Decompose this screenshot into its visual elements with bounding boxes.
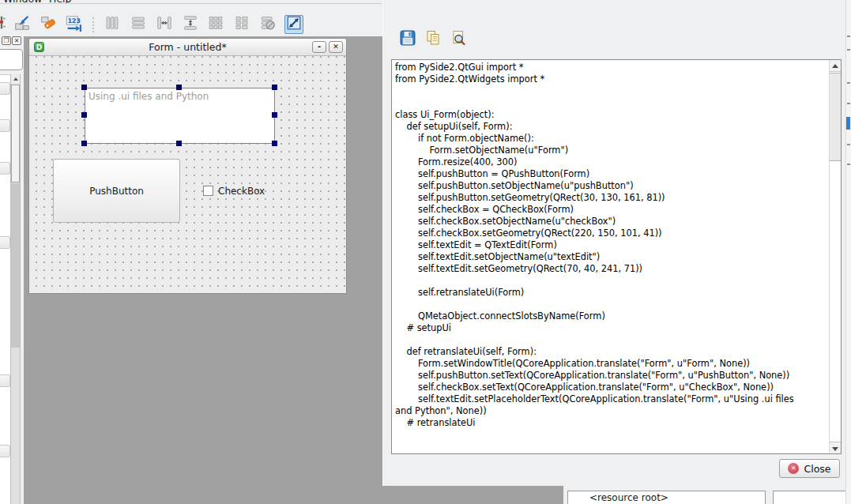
split-horizontally-icon bbox=[156, 14, 173, 35]
textedit-placeholder: Using .ui files and Python bbox=[88, 91, 209, 102]
selection-handle[interactable] bbox=[272, 85, 277, 90]
widget-box-item[interactable] bbox=[0, 374, 10, 387]
close-button[interactable]: ✕ Close bbox=[779, 459, 840, 478]
form-canvas[interactable]: Using .ui files and Python PushButton Ch… bbox=[29, 56, 346, 293]
break-layout-button[interactable] bbox=[258, 15, 277, 34]
selection-handle[interactable] bbox=[176, 141, 182, 146]
save-button[interactable] bbox=[398, 30, 417, 49]
edit-signals-slots-button[interactable] bbox=[13, 15, 32, 34]
right-edge-strip bbox=[845, 0, 851, 504]
adjust-size-icon bbox=[285, 14, 303, 35]
widget-box-filter-input[interactable] bbox=[0, 49, 23, 70]
checkbox-widget[interactable]: CheckBox bbox=[203, 175, 283, 207]
layout-grid-button[interactable] bbox=[206, 15, 225, 34]
edge-tick bbox=[847, 144, 850, 145]
form-editor-window: D Form - untitled* - ✕ Using .ui files a… bbox=[28, 38, 347, 294]
find-icon bbox=[450, 29, 467, 50]
edge-tick bbox=[847, 164, 850, 165]
layout-vertically-icon bbox=[130, 14, 147, 35]
main-toolbar: 123 bbox=[0, 5, 383, 36]
tab-order-123-label: 123 bbox=[68, 17, 81, 24]
edge-selection-mark bbox=[846, 117, 850, 130]
code-preview-dialog: from PySide2.QtGui import * from PySide2… bbox=[382, 0, 845, 486]
form-window-title: Form - untitled* bbox=[29, 41, 346, 53]
widget-box-float-button[interactable]: ❐ bbox=[2, 36, 11, 45]
toolbar-separator bbox=[92, 17, 94, 32]
menu-help[interactable]: Help bbox=[49, 0, 72, 4]
form-window-titlebar[interactable]: D Form - untitled* - ✕ bbox=[29, 39, 346, 56]
selection-handle[interactable] bbox=[272, 112, 277, 118]
selection-handle[interactable] bbox=[81, 85, 87, 90]
widget-box-item[interactable] bbox=[0, 162, 10, 175]
selection-handle[interactable] bbox=[81, 141, 87, 146]
copy-icon bbox=[424, 29, 442, 50]
widget-box-item[interactable] bbox=[0, 236, 10, 249]
widget-box-scrollbar-track[interactable] bbox=[11, 183, 20, 348]
resource-file-list[interactable] bbox=[773, 491, 851, 504]
layout-grid-icon bbox=[207, 14, 224, 35]
split-vertically-icon bbox=[182, 14, 199, 35]
resource-browser-panel: <resource root> bbox=[563, 486, 851, 504]
edit-tab-order-icon: 123 bbox=[65, 14, 82, 35]
widget-box-item[interactable] bbox=[0, 445, 10, 457]
selection-handle[interactable] bbox=[176, 85, 182, 90]
layout-horizontally-button[interactable] bbox=[103, 15, 122, 34]
resource-tree[interactable]: <resource root> bbox=[567, 491, 766, 504]
selection-handle[interactable] bbox=[272, 141, 277, 146]
split-horizontally-button[interactable] bbox=[155, 15, 174, 34]
edit-buddies-icon bbox=[40, 14, 57, 35]
textedit-widget[interactable]: Using .ui files and Python bbox=[85, 88, 275, 144]
widget-box-scrollbar-thumb[interactable] bbox=[11, 85, 20, 182]
qt-designer-window: Window Help 123 bbox=[0, 0, 851, 504]
widget-box-item[interactable] bbox=[0, 82, 10, 95]
edit-widgets-button[interactable] bbox=[0, 15, 9, 34]
edit-widgets-icon bbox=[1, 15, 8, 34]
pushbutton-widget[interactable]: PushButton bbox=[53, 159, 180, 223]
edge-tick bbox=[847, 103, 850, 104]
checkbox-label: CheckBox bbox=[218, 186, 265, 197]
scroll-up-arrow-icon[interactable] bbox=[11, 74, 20, 84]
code-view[interactable]: from PySide2.QtGui import * from PySide2… bbox=[391, 59, 842, 454]
selection-handle[interactable] bbox=[81, 112, 87, 118]
form-close-button[interactable]: ✕ bbox=[329, 41, 343, 53]
widget-box-list[interactable] bbox=[0, 74, 10, 504]
adjust-size-button[interactable] bbox=[284, 15, 303, 34]
edit-buddies-button[interactable] bbox=[39, 15, 58, 34]
close-button-label: Close bbox=[804, 463, 830, 475]
scroll-up-arrow-icon[interactable] bbox=[830, 60, 841, 72]
code-scrollbar-thumb[interactable] bbox=[830, 73, 841, 161]
edge-tick bbox=[847, 82, 850, 84]
edit-tab-order-button[interactable]: 123 bbox=[64, 15, 83, 34]
menubar: Window Help bbox=[0, 0, 383, 4]
layout-horizontally-icon bbox=[104, 14, 121, 35]
widget-box-close-button[interactable]: ✕ bbox=[12, 36, 21, 45]
generated-python-code[interactable]: from PySide2.QtGui import * from PySide2… bbox=[392, 60, 841, 431]
designer-form-icon: D bbox=[34, 42, 44, 52]
menu-window[interactable]: Window bbox=[3, 0, 42, 4]
widget-box-item[interactable] bbox=[0, 119, 10, 132]
dialog-close-icon: ✕ bbox=[788, 463, 799, 474]
scroll-down-arrow-icon[interactable] bbox=[830, 442, 841, 453]
edge-tick bbox=[847, 36, 850, 37]
layout-form-button[interactable] bbox=[232, 15, 251, 34]
split-vertically-button[interactable] bbox=[181, 15, 200, 34]
code-scrollbar[interactable] bbox=[829, 60, 841, 453]
widget-box-scrollbar[interactable] bbox=[10, 74, 21, 504]
resource-root-item[interactable]: <resource root> bbox=[589, 492, 668, 503]
edge-tick bbox=[847, 49, 850, 51]
checkbox-box[interactable] bbox=[203, 186, 213, 196]
save-icon bbox=[399, 29, 416, 50]
layout-vertically-button[interactable] bbox=[129, 15, 148, 34]
break-layout-icon bbox=[259, 14, 277, 35]
copy-button[interactable] bbox=[424, 30, 442, 49]
edit-signals-slots-icon bbox=[13, 14, 31, 35]
find-button[interactable] bbox=[449, 30, 468, 49]
form-minimize-button[interactable]: - bbox=[312, 41, 326, 53]
layout-form-icon bbox=[233, 14, 250, 35]
